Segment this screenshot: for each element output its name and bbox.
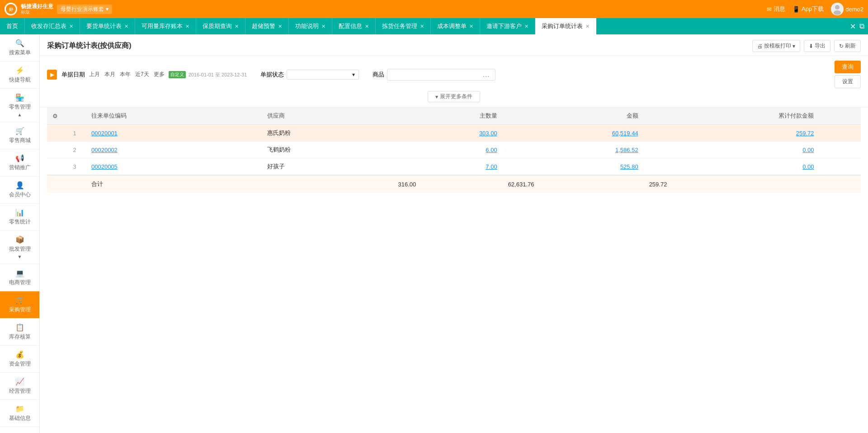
tab-chaochuyujing[interactable]: 超储预警 ✕	[245, 18, 289, 34]
date-label: 单据日期	[61, 71, 85, 79]
sidebar-item-search[interactable]: 🔍 搜索菜单	[0, 34, 39, 62]
sidebar-item-operation[interactable]: 📈 经营管理	[0, 373, 39, 400]
tab-baozhouqicha[interactable]: 保质期查询 ✕	[196, 18, 245, 34]
col-paid[interactable]: 累计付款金额	[644, 107, 820, 125]
row-amount: 1,586.52	[503, 142, 644, 158]
date-shortcut-this-year[interactable]: 本年	[118, 70, 132, 79]
code-link[interactable]: 00020005	[91, 163, 118, 170]
footer-supplier	[262, 175, 393, 193]
goods-more-icon[interactable]: …	[481, 71, 491, 79]
close-all-tabs-icon[interactable]: ✕	[850, 22, 856, 31]
sidebar-item-inventory[interactable]: 📋 库存核算	[0, 319, 39, 346]
tab-yaohuodanjietong[interactable]: 要货单统计表 ✕	[80, 18, 135, 34]
tab-home[interactable]: 首页	[0, 18, 25, 34]
search-icon: 🔍	[15, 39, 24, 48]
sidebar-item-finance[interactable]: 💰 资金管理	[0, 346, 39, 373]
close-tab-yaoqingxiayouke[interactable]: ✕	[524, 24, 528, 29]
col-qty[interactable]: 主数量	[393, 107, 503, 125]
print-dropdown-icon: ▾	[793, 43, 795, 49]
tab-paihuorenwu[interactable]: 拣货任务管理 ✕	[376, 18, 431, 34]
footer-amount: 62,631.76	[503, 175, 644, 193]
col-amount[interactable]: 金额	[503, 107, 644, 125]
close-tab-shoufahuizong[interactable]: ✕	[69, 24, 73, 29]
print-button[interactable]: 🖨 按模板打印 ▾	[752, 40, 800, 52]
filter-bar: ▶ 单据日期 上月 本月 本年 近7天 更多 自定义 2016-01-01 至 …	[40, 56, 868, 107]
footer-paid: 259.72	[644, 175, 820, 193]
sidebar-item-retailmall[interactable]: 🛒 零售商城	[0, 122, 39, 149]
tab-caigoudingdan[interactable]: 采购订单统计表 ✕	[535, 18, 596, 34]
close-tab-chaochuyujing[interactable]: ✕	[278, 24, 282, 29]
tab-chengbentiaozhen[interactable]: 成本调整单 ✕	[431, 18, 480, 34]
expand-filters-button[interactable]: ▾ 展开更多条件	[428, 91, 480, 102]
close-tab-peizhi[interactable]: ✕	[365, 24, 369, 29]
svg-point-4	[834, 10, 841, 15]
close-tab-gongngshuoming[interactable]: ✕	[321, 24, 326, 29]
col-supplier[interactable]: 供应商	[262, 107, 393, 125]
inventory-icon: 📋	[15, 323, 24, 332]
paid-link[interactable]: 259.72	[796, 130, 814, 137]
filter-settings-button[interactable]: 设置	[835, 75, 861, 88]
retail-icon: 🏪	[15, 93, 24, 102]
amount-link[interactable]: 1,586.52	[615, 147, 638, 153]
col-settings[interactable]: ⚙	[47, 107, 63, 125]
user-avatar[interactable]: demo2	[831, 3, 863, 15]
close-tab-keyongliang[interactable]: ✕	[185, 24, 189, 29]
wholesale-icon: 📦	[15, 235, 24, 244]
sidebar-item-basic[interactable]: 📁 基础信息	[0, 400, 39, 427]
row-amount: 60,519.44	[503, 125, 644, 142]
close-tab-paihuorenwu[interactable]: ✕	[420, 24, 424, 29]
status-select[interactable]: ▾	[287, 70, 359, 80]
subtitle: 标版	[21, 10, 53, 14]
table-body: 1 00020001 惠氏奶粉 303.00 60,519.44 259.72 …	[47, 125, 861, 176]
paid-link[interactable]: 0.00	[802, 147, 814, 153]
footer-label: 合计	[86, 175, 262, 193]
qty-link[interactable]: 7.00	[486, 163, 497, 170]
sidebar-item-retail[interactable]: 🏪 零售管理 ▲	[0, 89, 39, 122]
close-tab-yaohuodanjietong[interactable]: ✕	[124, 24, 128, 29]
amount-link[interactable]: 60,519.44	[612, 130, 638, 137]
col-code[interactable]: 往来单位编码	[86, 107, 262, 125]
tab-yaoqingxiayouke[interactable]: 邀请下游客户 ✕	[480, 18, 535, 34]
sidebar-item-retailstat[interactable]: 📊 零售统计	[0, 204, 39, 231]
app-download-button[interactable]: 📱 App下载	[793, 5, 824, 13]
date-shortcut-more[interactable]: 更多	[152, 70, 166, 79]
tab-shoufahuizong[interactable]: 收发存汇总表 ✕	[25, 18, 80, 34]
finance-icon: 💰	[15, 350, 24, 359]
amount-link[interactable]: 525.80	[620, 163, 638, 170]
sidebar-item-purchase[interactable]: 🛒 采购管理	[0, 291, 39, 319]
export-button[interactable]: ⬇ 导出	[804, 40, 830, 52]
goods-input[interactable]: …	[387, 69, 495, 81]
paid-link[interactable]: 0.00	[802, 163, 814, 170]
date-shortcut-7days[interactable]: 近7天	[134, 70, 151, 79]
close-tab-baozhouqicha[interactable]: ✕	[235, 24, 239, 29]
qty-link[interactable]: 303.00	[479, 130, 497, 137]
sidebar-item-marketing[interactable]: 📢 营销推广	[0, 149, 39, 176]
sidebar-item-ecommerce[interactable]: 💻 电商管理	[0, 264, 39, 291]
code-link[interactable]: 00020001	[91, 130, 118, 137]
sidebar-item-system[interactable]: ⚙ 系统管理	[0, 427, 39, 433]
tab-keyongliang[interactable]: 可用量库存账本 ✕	[135, 18, 196, 34]
date-shortcut-this-month[interactable]: 本月	[103, 70, 117, 79]
row-supplier: 好孩子	[262, 158, 393, 176]
sidebar-item-member[interactable]: 👤 会员中心	[0, 176, 39, 204]
tab-gongngshuoming[interactable]: 功能说明 ✕	[289, 18, 332, 34]
code-link[interactable]: 00020002	[91, 147, 118, 153]
tab-peizhi[interactable]: 配置信息 ✕	[332, 18, 376, 34]
date-shortcut-last-month[interactable]: 上月	[88, 70, 101, 79]
sidebar-item-wholesale[interactable]: 📦 批发管理 ▼	[0, 231, 39, 264]
qty-link[interactable]: 6.00	[486, 147, 497, 153]
workspace-selector[interactable]: 母婴行业演示账套 ▾	[57, 5, 112, 14]
footer-row: 合计 316.00 62,631.76 259.72	[47, 175, 861, 193]
close-tab-chengbentiaozhen[interactable]: ✕	[469, 24, 473, 29]
custom-date-tag[interactable]: 自定义	[169, 71, 186, 78]
close-tab-caigoudingdan[interactable]: ✕	[585, 24, 590, 29]
sidebar-item-quicknav[interactable]: ⚡ 快捷导航	[0, 62, 39, 89]
logo-icon: 好	[5, 3, 17, 15]
refresh-button[interactable]: ↻ 刷新	[834, 40, 861, 52]
search-button[interactable]: 查询	[835, 61, 861, 73]
col-extra	[819, 107, 861, 125]
filter-toggle-button[interactable]: ▶	[47, 70, 57, 80]
restore-tabs-icon[interactable]: ⧉	[859, 22, 864, 30]
message-button[interactable]: ✉ 消息	[767, 5, 785, 13]
row-paid: 0.00	[644, 158, 820, 176]
